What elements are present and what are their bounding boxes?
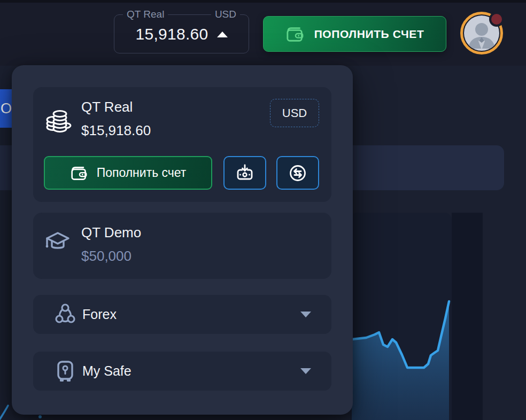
transfer-icon xyxy=(287,163,308,183)
menu-item-forex[interactable]: Forex xyxy=(33,295,331,334)
currency-badge-label: USD xyxy=(282,106,307,120)
chevron-down-icon xyxy=(300,312,311,317)
account-balance-selector[interactable]: QT Real USD 15,918.60 xyxy=(114,14,249,53)
background-column xyxy=(452,213,483,420)
safe-icon xyxy=(54,360,76,383)
withdrawal-button[interactable] xyxy=(223,156,266,190)
notification-dot xyxy=(489,12,504,27)
user-avatar[interactable] xyxy=(460,12,503,55)
coins-icon xyxy=(44,105,72,136)
account-currency-label: USD xyxy=(211,8,240,21)
deposit-button-label: Пополнить счет xyxy=(97,166,187,180)
transfer-button[interactable] xyxy=(276,156,319,190)
currency-badge[interactable]: USD xyxy=(270,99,319,127)
deposit-button-dropdown[interactable]: Пополнить счет xyxy=(44,156,212,190)
demo-account-card[interactable]: QT Demo $50,000 xyxy=(33,213,331,279)
topbar-top-strip xyxy=(0,0,526,3)
account-type-label: QT Real xyxy=(123,8,168,21)
graduation-cap-icon xyxy=(44,228,72,259)
account-dropdown-panel: QT Real $15,918.60 USD Пополнить счет xyxy=(12,65,353,415)
deposit-button-label: ПОПОЛНИТЬ СЧЕТ xyxy=(314,28,424,41)
topbar: QT Real USD 15,918.60 ПОПОЛНИТЬ СЧЕТ xyxy=(0,0,526,66)
forex-icon xyxy=(54,303,76,326)
menu-item-label: Forex xyxy=(82,307,117,322)
chevron-down-icon xyxy=(300,368,311,374)
menu-item-my-safe[interactable]: My Safe xyxy=(33,352,331,391)
live-account-balance: $15,918.60 xyxy=(81,122,151,139)
wallet-icon xyxy=(285,25,305,43)
menu-item-label: My Safe xyxy=(82,363,132,379)
background-price-chart xyxy=(350,213,452,420)
demo-account-balance: $50,000 xyxy=(81,248,132,265)
live-account-name: QT Real xyxy=(81,99,133,115)
collapse-arrow-icon xyxy=(217,32,228,37)
deposit-button-topbar[interactable]: ПОПОЛНИТЬ СЧЕТ xyxy=(263,16,446,52)
demo-account-name: QT Demo xyxy=(81,224,141,241)
live-account-card: QT Real $15,918.60 USD Пополнить счет xyxy=(33,87,331,202)
withdrawal-icon xyxy=(234,163,256,183)
wallet-icon xyxy=(70,165,88,182)
app-root: OS QT Real USD 15,918.60 ПОПОЛНИТЬ СЧЕТ xyxy=(0,0,526,420)
chart-area-fill xyxy=(352,301,449,420)
account-balance-value: 15,918.60 xyxy=(135,25,208,43)
